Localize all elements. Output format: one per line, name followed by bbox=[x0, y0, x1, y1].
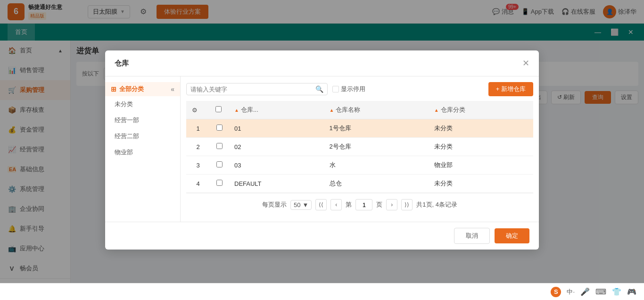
col-category[interactable]: ▲仓库分类 bbox=[429, 101, 533, 119]
row-category-1: 未分类 bbox=[429, 138, 533, 156]
confirm-button[interactable]: 确定 bbox=[495, 228, 529, 243]
mic-icon[interactable]: 🎤 bbox=[580, 287, 590, 296]
row-num-0: 1 bbox=[186, 119, 210, 138]
category-item-property[interactable]: 物业部 bbox=[105, 144, 180, 160]
col-name[interactable]: ▲仓库名称 bbox=[324, 101, 429, 119]
col-settings: ⚙ bbox=[186, 101, 210, 119]
taskbar-brand-icon: S bbox=[551, 287, 561, 297]
add-warehouse-button[interactable]: + 新增仓库 bbox=[488, 82, 533, 96]
modal-main-content: 🔍 显示停用 + 新增仓库 ⚙ bbox=[181, 76, 539, 222]
col-checkbox bbox=[210, 101, 229, 119]
total-info: 共1页, 4条记录 bbox=[416, 200, 457, 209]
sort-icon-category: ▲ bbox=[434, 108, 439, 113]
category-all-item[interactable]: ⊞ 全部分类 « bbox=[105, 82, 180, 96]
select-all-checkbox[interactable] bbox=[215, 106, 222, 112]
modal-body: ⊞ 全部分类 « 未分类 经营一部 经营二部 物业部 🔍 bbox=[105, 76, 539, 222]
row-num-1: 2 bbox=[186, 138, 210, 156]
last-page-button[interactable]: ⟩⟩ bbox=[401, 199, 413, 210]
page-label: 页 bbox=[376, 200, 382, 209]
keyboard-icon[interactable]: ⌨ bbox=[595, 287, 606, 296]
warehouse-table: ⚙ ▲仓库... ▲仓库名称 ▲仓库分类 1 01 bbox=[186, 101, 533, 193]
search-box: 🔍 bbox=[186, 83, 328, 95]
table-row: 3 03 水 物业部 bbox=[186, 156, 533, 175]
row-code-1: 02 bbox=[229, 138, 324, 156]
row-name-3: 总仓 bbox=[324, 175, 429, 193]
page-size-select[interactable]: 50 ▼ bbox=[290, 200, 312, 210]
settings-col-icon: ⚙ bbox=[192, 107, 198, 114]
table-header-row: ⚙ ▲仓库... ▲仓库名称 ▲仓库分类 bbox=[186, 101, 533, 119]
table-row: 4 DEFAULT 总仓 未分类 bbox=[186, 175, 533, 193]
pagination: 每页显示 50 ▼ ⟨⟨ ‹ 第 页 › ⟩⟩ 共1页, 4条记录 bbox=[186, 193, 533, 216]
modal-close-button[interactable]: ✕ bbox=[522, 58, 529, 68]
show-disabled-checkbox[interactable]: 显示停用 bbox=[332, 85, 365, 93]
col-code[interactable]: ▲仓库... bbox=[229, 101, 324, 119]
cancel-button[interactable]: 取消 bbox=[454, 228, 490, 244]
page-size-value: 50 bbox=[294, 201, 300, 208]
row-category-0: 未分类 bbox=[429, 119, 533, 138]
row-name-0: 1号仓库 bbox=[324, 119, 429, 138]
search-icon: 🔍 bbox=[315, 85, 323, 93]
grid-icon: ⊞ bbox=[111, 85, 116, 93]
row-checkbox-1[interactable] bbox=[210, 138, 229, 156]
row-category-3: 未分类 bbox=[429, 175, 533, 193]
category-item-uncategorized[interactable]: 未分类 bbox=[105, 96, 180, 112]
row-checkbox-2[interactable] bbox=[210, 156, 229, 175]
warehouse-modal: 仓库 ✕ ⊞ 全部分类 « 未分类 经营一部 经营二部 物业部 bbox=[105, 50, 539, 250]
prev-page-button[interactable]: ‹ bbox=[330, 199, 342, 210]
row-checkbox-0[interactable] bbox=[210, 119, 229, 138]
row-code-3: DEFAULT bbox=[229, 175, 324, 193]
gamepad-icon[interactable]: 🎮 bbox=[627, 287, 636, 296]
checkbox-icon bbox=[332, 86, 339, 92]
row-code-2: 03 bbox=[229, 156, 324, 175]
category-all-label: 全部分类 bbox=[119, 85, 144, 93]
category-item-ops1[interactable]: 经营一部 bbox=[105, 112, 180, 128]
category-item-ops2[interactable]: 经营二部 bbox=[105, 128, 180, 144]
modal-title: 仓库 bbox=[115, 59, 129, 68]
page-number-input[interactable] bbox=[355, 199, 372, 210]
shirt-icon[interactable]: 👕 bbox=[612, 287, 621, 296]
row-category-2: 物业部 bbox=[429, 156, 533, 175]
collapse-icon[interactable]: « bbox=[171, 85, 174, 93]
search-input[interactable] bbox=[190, 86, 313, 93]
sort-icon-name: ▲ bbox=[330, 108, 334, 113]
page-num-prefix: 第 bbox=[346, 200, 352, 209]
taskbar-brand: S bbox=[551, 287, 561, 297]
taskbar: S 中· 🎤 ⌨ 👕 🎮 bbox=[0, 283, 644, 300]
modal-header: 仓库 ✕ bbox=[105, 50, 539, 76]
modal-overlay: 仓库 ✕ ⊞ 全部分类 « 未分类 经营一部 经营二部 物业部 bbox=[0, 0, 644, 300]
show-disabled-label: 显示停用 bbox=[341, 85, 365, 93]
sort-icon: ▲ bbox=[234, 108, 239, 113]
modal-category-sidebar: ⊞ 全部分类 « 未分类 经营一部 经营二部 物业部 bbox=[105, 76, 181, 222]
modal-footer: 取消 确定 bbox=[105, 222, 539, 250]
row-num-2: 3 bbox=[186, 156, 210, 175]
table-row: 1 01 1号仓库 未分类 bbox=[186, 119, 533, 138]
page-size-label: 每页显示 bbox=[262, 200, 287, 209]
row-code-0: 01 bbox=[229, 119, 324, 138]
table-row: 2 02 2号仓库 未分类 bbox=[186, 138, 533, 156]
row-checkbox-3[interactable] bbox=[210, 175, 229, 193]
row-name-2: 水 bbox=[324, 156, 429, 175]
first-page-button[interactable]: ⟨⟨ bbox=[315, 199, 327, 210]
taskbar-text-icon: 中· bbox=[567, 288, 575, 296]
modal-toolbar: 🔍 显示停用 + 新增仓库 bbox=[186, 82, 533, 96]
row-name-1: 2号仓库 bbox=[324, 138, 429, 156]
next-page-button[interactable]: › bbox=[386, 199, 397, 210]
row-num-3: 4 bbox=[186, 175, 210, 193]
page-size-chevron: ▼ bbox=[302, 201, 308, 208]
